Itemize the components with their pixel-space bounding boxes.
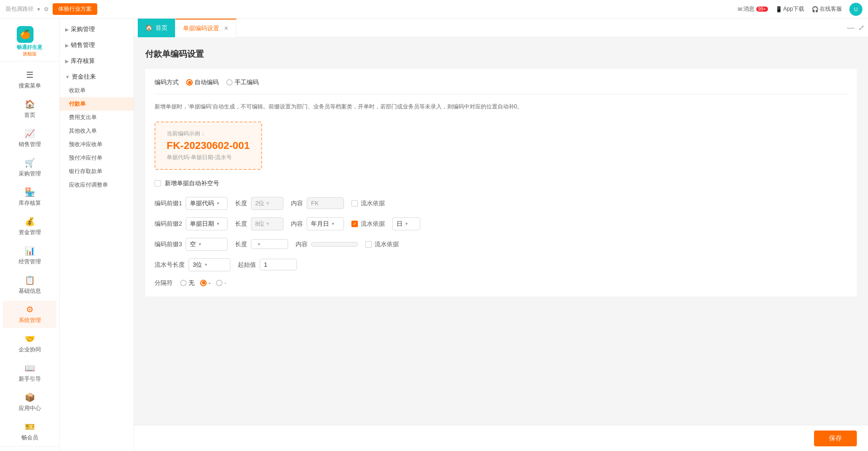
serial-length-select[interactable]: 3位 ▾ <box>188 258 230 271</box>
message-badge: 99+ <box>756 7 768 12</box>
sidebar-item-apps[interactable]: 📦 应用中心 <box>3 389 56 416</box>
info-text: 新增单据时，'单据编码'自动生成，不可编辑。前缀设置为部门、业务员等档案类，开单… <box>155 102 848 112</box>
prefix2-watermark-checkbox[interactable]: ✓ <box>351 221 358 227</box>
tab-expand: — ⤢ <box>847 23 864 32</box>
online-service-link[interactable]: 🎧 在线客服 <box>812 5 842 13</box>
sec-group-sales-title[interactable]: ▶ 销售管理 <box>60 38 134 52</box>
prefix2-content-select[interactable]: 年月日 ▾ <box>307 217 344 230</box>
sec-item-payment[interactable]: 付款单 <box>60 97 134 111</box>
sidebar-item-label: 库存核算 <box>19 199 41 207</box>
chevron-down-icon: ▾ <box>205 262 207 267</box>
sec-item-adjustment[interactable]: 应收应付调整单 <box>60 178 134 192</box>
prefix2-length-input: 8位 ▾ <box>251 217 283 230</box>
sec-item-pre-pay[interactable]: 预付冲应付单 <box>60 151 134 165</box>
sec-group-purchase-title[interactable]: ▶ 采购管理 <box>60 22 134 36</box>
sidebar-item-home[interactable]: 🏠 首页 <box>3 95 56 123</box>
prefix2-label: 编码前缀2 <box>155 220 182 228</box>
guide-icon: 📖 <box>25 363 35 373</box>
sec-group-finance: ▼ 资金往来 收款单 付款单 费用支出单 其他收入单 预收冲应收单 预付冲应付单… <box>60 70 134 192</box>
user-avatar[interactable]: U <box>849 3 862 16</box>
home-tab-icon: 🏠 <box>145 24 153 31</box>
serial-length-field: 流水号长度 3位 ▾ <box>155 258 230 271</box>
sidebar-item-label: 采购管理 <box>19 170 41 178</box>
prefix3-label: 编码前缀3 <box>155 240 182 249</box>
group-label: 销售管理 <box>71 41 95 49</box>
app-download-link[interactable]: 📱 App下载 <box>775 5 804 13</box>
tab-encoding[interactable]: 单据编码设置 ✕ <box>175 19 236 37</box>
manual-code-radio[interactable]: 手工编码 <box>226 78 259 87</box>
sidebar-item-basic[interactable]: 📋 基础信息 <box>3 271 56 299</box>
arrow-down-icon: ▼ <box>65 74 70 80</box>
phone-icon: 📱 <box>775 6 782 13</box>
settings-icon[interactable]: ⚙ <box>44 6 49 13</box>
prefix3-length-select[interactable]: ▾ <box>251 239 288 249</box>
separator-label: 分隔符 <box>155 279 173 287</box>
sidebar-item-finance[interactable]: 💰 资金管理 <box>3 213 56 240</box>
prefix1-content-value: FK <box>307 197 344 209</box>
prefix2-content-field: 内容 年月日 ▾ <box>291 217 344 230</box>
group-label: 资金往来 <box>72 73 96 81</box>
sep-none-radio-circle <box>180 280 187 286</box>
serial-start-input[interactable] <box>260 259 297 270</box>
prefix3-watermark-checkbox[interactable] <box>365 241 372 248</box>
sep-none-radio[interactable]: 无 <box>180 279 195 287</box>
sidebar-item-sales[interactable]: 📈 销售管理 <box>3 125 56 152</box>
sidebar-item-purchase[interactable]: 🛒 采购管理 <box>3 154 56 182</box>
prefix1-select[interactable]: 单据代码 ▾ <box>186 197 228 210</box>
sec-item-expense[interactable]: 费用支出单 <box>60 111 134 124</box>
sidebar-item-guide[interactable]: 📖 新手引导 <box>3 359 56 387</box>
sec-group-finance-title[interactable]: ▼ 资金往来 <box>60 70 134 84</box>
sidebar-item-label: 经营管理 <box>19 258 41 266</box>
preview-desc: 单据代码-单据日期-流水号 <box>167 154 250 162</box>
logo-sub: 旗舰版 <box>17 51 42 57</box>
chevron-down-icon: ▾ <box>217 221 219 226</box>
tab-home[interactable]: 🏠 首页 <box>138 19 175 37</box>
chevron-down-icon: ▾ <box>199 242 201 247</box>
sidebar-item-search[interactable]: ☰ 搜索菜单 <box>3 66 56 94</box>
sec-group-inventory-title[interactable]: ▶ 库存核算 <box>60 54 134 68</box>
serial-length-label: 流水号长度 <box>155 261 185 269</box>
trial-button[interactable]: 体验行业方案 <box>53 3 97 15</box>
day-select-box[interactable]: 日 ▾ <box>392 217 420 230</box>
logo-icon: 🍊 <box>17 26 34 43</box>
sidebar-item-inventory[interactable]: 🏪 库存核算 <box>3 183 56 211</box>
manual-code-radio-circle <box>226 79 233 86</box>
messages-link[interactable]: ✉ 消息 99+ <box>738 5 768 13</box>
basic-icon: 📋 <box>25 275 35 285</box>
prefix3-watermark: 流水依据 <box>365 240 399 249</box>
encoding-method-label: 编码方式 <box>155 78 179 87</box>
sec-item-receipt[interactable]: 收款单 <box>60 84 134 97</box>
dropdown-icon[interactable]: ▾ <box>37 6 40 13</box>
group-label: 库存核算 <box>71 57 95 65</box>
serial-row: 流水号长度 3位 ▾ 起始值 <box>155 258 848 271</box>
prefix1-label: 编码前缀1 <box>155 199 182 208</box>
prefix1-length-field: 长度 2位 ▾ <box>235 197 283 210</box>
sep-dot-radio[interactable]: - <box>200 279 210 286</box>
auto-fill-checkbox[interactable] <box>155 180 161 187</box>
tab-close-icon[interactable]: ✕ <box>224 25 229 32</box>
minimize-icon[interactable]: — <box>847 24 855 32</box>
headset-icon: 🎧 <box>812 6 819 13</box>
sep-dot2-radio-circle <box>216 280 222 286</box>
sec-item-bank[interactable]: 银行存取款单 <box>60 165 134 178</box>
prefix2-select[interactable]: 单据日期 ▾ <box>186 217 228 230</box>
sec-item-pre-receive[interactable]: 预收冲应收单 <box>60 138 134 151</box>
sidebar-item-label: 新手引导 <box>19 375 41 383</box>
sidebar-item-operations[interactable]: 📊 经营管理 <box>3 242 56 269</box>
sec-item-other-income[interactable]: 其他收入单 <box>60 124 134 138</box>
sidebar-item-member[interactable]: 🎫 畅会员 <box>3 418 56 445</box>
save-button[interactable]: 保存 <box>814 431 857 446</box>
sep-dot2-radio[interactable]: · <box>216 279 226 286</box>
sidebar-item-enterprise[interactable]: 🤝 企业协同 <box>3 330 56 357</box>
form-card: 编码方式 自动编码 手工编码 新增单据时，'单据编码'自动生成，不可编辑。前缀设… <box>145 69 857 296</box>
sidebar-item-system[interactable]: ⚙ 系统管理 <box>3 301 56 328</box>
auto-code-radio[interactable]: 自动编码 <box>186 78 219 87</box>
prefix3-select[interactable]: 空 ▾ <box>186 238 228 251</box>
sidebar-item-label: 系统管理 <box>19 316 41 324</box>
sidebar-item-label: 销售管理 <box>19 141 41 148</box>
apps-icon: 📦 <box>25 392 35 403</box>
maximize-icon[interactable]: ⤢ <box>858 23 864 32</box>
preview-label: 当前编码示例： <box>167 130 250 138</box>
prefix1-watermark-checkbox[interactable] <box>351 200 358 207</box>
page-title: 付款单编码设置 <box>145 48 857 60</box>
